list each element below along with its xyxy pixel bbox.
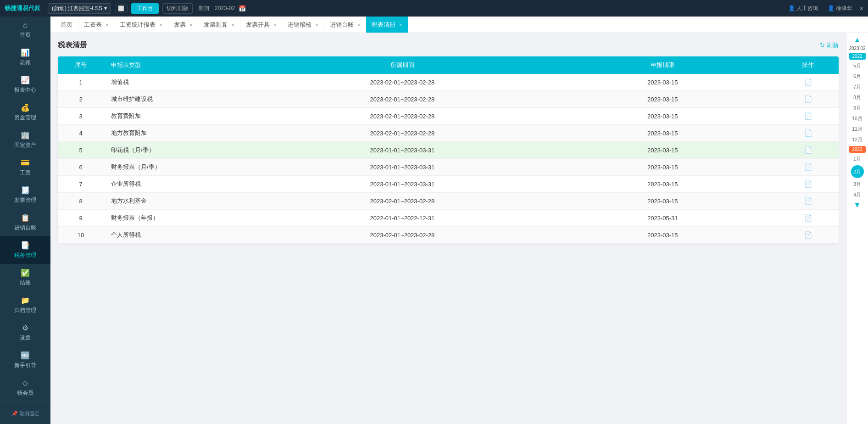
page-title: 税表清册	[58, 40, 87, 50]
sidebar-item-reports[interactable]: 📈报表中心	[0, 71, 50, 99]
row-action[interactable]: 📄	[777, 125, 839, 142]
sidebar-item-salary[interactable]: 💳工资	[0, 154, 50, 181]
year-badge-2022[interactable]: 2022	[849, 53, 866, 60]
row-deadline: 2023-05-31	[548, 210, 778, 227]
user-menu-button[interactable]: 👤 徐泽华	[828, 5, 852, 12]
row-action[interactable]: 📄	[777, 159, 839, 176]
action-icon-2[interactable]: 📄	[804, 112, 812, 120]
sidebar-item-archive[interactable]: 📁归档管理	[0, 291, 50, 319]
action-icon-9[interactable]: 📄	[804, 231, 812, 239]
sidebar-item-member[interactable]: ◇畅会员	[0, 374, 50, 402]
workbench-button[interactable]: 工作台	[131, 3, 159, 14]
company-name: (勿动) 江西服宝-LSS	[52, 5, 102, 12]
timeline-month-2022-10月[interactable]: 10月	[849, 113, 866, 124]
row-action[interactable]: 📄	[777, 227, 839, 244]
sidebar-item-purchase[interactable]: 📋进销台账	[0, 209, 50, 236]
action-icon-3[interactable]: 📄	[804, 129, 812, 137]
timeline-month-2022-11月[interactable]: 11月	[849, 124, 866, 134]
timeline-up-arrow[interactable]: ▲	[853, 35, 862, 45]
row-no: 2	[58, 91, 104, 108]
sidebar-label-reports: 报表中心	[14, 86, 36, 94]
tab-close-invoice[interactable]: ×	[189, 22, 192, 28]
refresh-button[interactable]: ↻ 刷新	[820, 41, 839, 50]
action-icon-5[interactable]: 📄	[804, 163, 812, 171]
row-action[interactable]: 📄	[777, 91, 839, 108]
refresh-icon: ↻	[820, 42, 825, 49]
tab-invoice-open[interactable]: 发票开具×	[240, 17, 282, 33]
tab-close-purchase-ledger[interactable]: ×	[357, 22, 360, 28]
row-action[interactable]: 📄	[777, 108, 839, 125]
action-icon-7[interactable]: 📄	[804, 197, 812, 205]
row-action[interactable]: 📄	[777, 193, 839, 210]
timeline-month-2023-4月[interactable]: 4月	[849, 190, 866, 200]
calendar-icon[interactable]: 📅	[239, 5, 246, 12]
tab-invoice[interactable]: 发票×	[168, 17, 198, 33]
tab-home[interactable]: 首页	[55, 17, 78, 33]
tab-label-purchase-check: 进销稽核	[288, 21, 312, 29]
tab-salary[interactable]: 工资表×	[78, 17, 114, 33]
switch-button[interactable]: 切到旧版	[162, 3, 193, 14]
action-icon-0[interactable]: 📄	[804, 78, 812, 86]
action-icon-8[interactable]: 📄	[804, 214, 812, 222]
tab-close-tax-clear[interactable]: ×	[399, 22, 402, 28]
sidebar-item-invoice[interactable]: 🧾发票管理	[0, 181, 50, 209]
timeline-month-2023-2[interactable]: 2月	[851, 165, 864, 178]
tab-purchase-ledger[interactable]: 进销台账×	[324, 17, 366, 33]
timeline-month-2023-1月[interactable]: 1月	[849, 154, 866, 164]
tab-purchase-check[interactable]: 进销稽核×	[282, 17, 324, 33]
action-icon-6[interactable]: 📄	[804, 180, 812, 188]
sidebar-label-member: 畅会员	[17, 389, 33, 397]
row-action[interactable]: 📄	[777, 74, 839, 91]
table-row: 1 增值税 2023-02-01~2023-02-28 2023-03-15 📄	[58, 74, 839, 91]
row-action[interactable]: 📄	[777, 176, 839, 193]
row-type: 增值税	[104, 74, 257, 91]
sidebar-item-assets[interactable]: 🏢固定资产	[0, 126, 50, 154]
sidebar-item-guide[interactable]: 🆕新手引导	[0, 346, 50, 374]
unpin-button[interactable]: 📌 取消固定	[0, 407, 50, 421]
sidebar-label-ledger: 总账	[20, 59, 31, 67]
sidebar-item-home[interactable]: ⌂首页	[0, 17, 50, 44]
tab-close-purchase-check[interactable]: ×	[315, 22, 318, 28]
timeline-month-2022-9月[interactable]: 9月	[849, 103, 866, 113]
sidebar-label-settle: 结账	[20, 279, 31, 287]
row-action[interactable]: 📄	[777, 210, 839, 227]
window-close-button[interactable]: ×	[860, 5, 863, 12]
row-deadline: 2023-03-15	[548, 176, 778, 193]
sidebar-item-settle[interactable]: ✅结账	[0, 264, 50, 291]
tab-close-invoice-open[interactable]: ×	[273, 22, 276, 28]
timeline-month-2022-6月[interactable]: 6月	[849, 71, 866, 82]
sidebar-item-ledger[interactable]: 📊总账	[0, 44, 50, 71]
row-deadline: 2023-03-15	[548, 125, 778, 142]
copy-button[interactable]: ⬜	[115, 5, 128, 12]
sidebar-label-purchase: 进销台账	[14, 224, 36, 232]
sidebar-icon-home: ⌂	[23, 21, 28, 29]
timeline-month-2023-3月[interactable]: 3月	[849, 179, 866, 190]
row-period: 2023-01-01~2023-03-31	[257, 176, 548, 193]
action-icon-4[interactable]: 📄	[804, 146, 812, 154]
timeline-month-2022-8月[interactable]: 8月	[849, 92, 866, 103]
timeline-down-arrow[interactable]: ▼	[853, 200, 862, 210]
action-icon-1[interactable]: 📄	[804, 95, 812, 103]
sidebar-icon-reports: 📈	[21, 76, 30, 84]
sidebar-item-settings[interactable]: ⚙设置	[0, 319, 50, 346]
tab-invoice-calc[interactable]: 发票测算×	[198, 17, 240, 33]
row-period: 2023-02-01~2023-02-28	[257, 125, 548, 142]
year-badge-2023[interactable]: 2023	[849, 146, 866, 153]
tab-close-salary-stats[interactable]: ×	[159, 22, 162, 28]
row-action[interactable]: 📄	[777, 142, 839, 159]
timeline-month-2022-5月[interactable]: 5月	[849, 61, 866, 71]
ai-consult-button[interactable]: 👤 人工咨询	[788, 5, 818, 12]
tab-tax-clear[interactable]: 税表清册×	[366, 17, 408, 33]
row-period: 2023-02-01~2023-02-28	[257, 227, 548, 244]
table-row: 9 财务报表（年报） 2022-01-01~2022-12-31 2023-05…	[58, 210, 839, 227]
tab-close-salary[interactable]: ×	[106, 22, 108, 28]
company-selector[interactable]: (勿动) 江西服宝-LSS ▾	[48, 3, 111, 14]
sidebar-item-funds[interactable]: 💰资金管理	[0, 99, 50, 126]
tab-salary-stats[interactable]: 工资统计报表×	[114, 17, 168, 33]
col-header-申报期限: 申报期限	[548, 56, 778, 74]
timeline-month-2022-7月[interactable]: 7月	[849, 82, 866, 92]
sidebar-item-tax[interactable]: 📑税务管理	[0, 236, 50, 264]
row-no: 1	[58, 74, 104, 91]
timeline-month-2022-12月[interactable]: 12月	[849, 134, 866, 145]
tab-close-invoice-calc[interactable]: ×	[231, 22, 234, 28]
